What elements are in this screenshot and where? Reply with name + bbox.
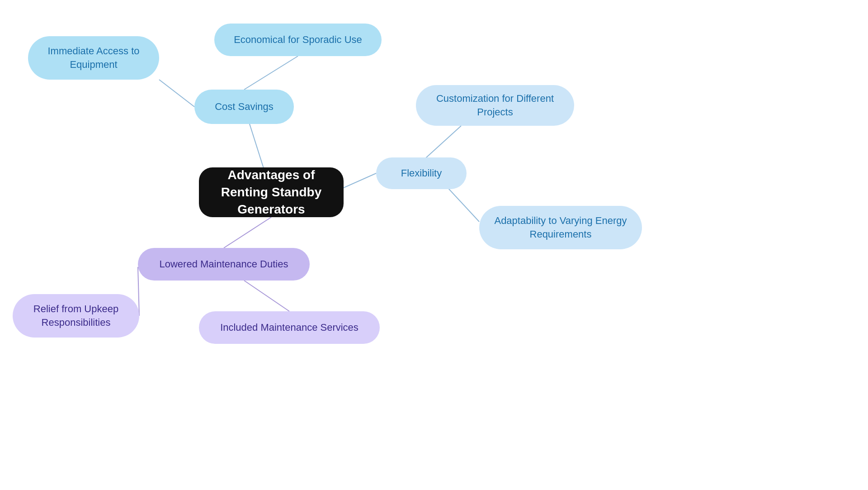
cost-savings-node: Cost Savings bbox=[194, 90, 294, 124]
adaptability-label: Adaptability to Varying Energy Requireme… bbox=[492, 214, 629, 241]
lowered-maintenance-node: Lowered Maintenance Duties bbox=[138, 248, 310, 281]
flexibility-label: Flexibility bbox=[401, 167, 442, 180]
customization-node: Customization for Different Projects bbox=[416, 85, 574, 126]
relief-upkeep-label: Relief from Upkeep Responsibilities bbox=[25, 302, 127, 329]
flexibility-node: Flexibility bbox=[376, 157, 467, 189]
relief-upkeep-node: Relief from Upkeep Responsibilities bbox=[13, 294, 139, 338]
economical-node: Economical for Sporadic Use bbox=[214, 24, 382, 56]
customization-label: Customization for Different Projects bbox=[429, 92, 561, 119]
economical-label: Economical for Sporadic Use bbox=[234, 33, 362, 47]
immediate-access-label: Immediate Access to Equipment bbox=[41, 44, 146, 71]
svg-line-6 bbox=[224, 217, 271, 248]
center-node: Advantages of Renting Standby Generators bbox=[199, 167, 344, 217]
immediate-access-node: Immediate Access to Equipment bbox=[28, 36, 159, 80]
svg-line-4 bbox=[421, 126, 461, 162]
svg-line-8 bbox=[244, 281, 289, 311]
lowered-maintenance-label: Lowered Maintenance Duties bbox=[160, 257, 288, 271]
included-maintenance-node: Included Maintenance Services bbox=[199, 311, 380, 344]
adaptability-node: Adaptability to Varying Energy Requireme… bbox=[479, 206, 642, 249]
svg-line-3 bbox=[344, 173, 376, 188]
svg-line-2 bbox=[159, 80, 194, 107]
cost-savings-label: Cost Savings bbox=[215, 100, 274, 114]
included-maintenance-label: Included Maintenance Services bbox=[220, 321, 359, 334]
center-label: Advantages of Renting Standby Generators bbox=[212, 167, 331, 218]
svg-line-1 bbox=[244, 56, 298, 90]
